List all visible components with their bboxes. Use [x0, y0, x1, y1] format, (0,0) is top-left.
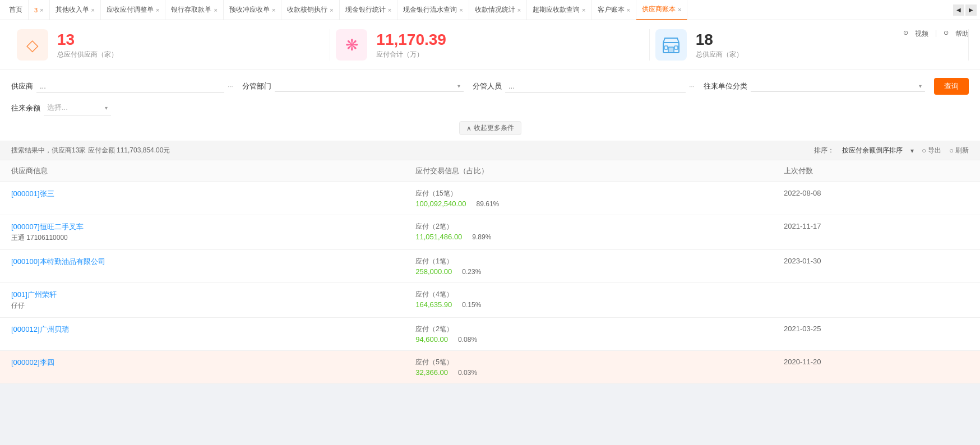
total-suppliers-label: 总供应商（家）	[696, 50, 743, 59]
close-icon[interactable]: ×	[582, 7, 585, 13]
supplier-info-cell: [000002]李四	[0, 351, 404, 384]
table-row: [000002]李四应付（5笔）32,366.000.03%2020-11-20	[0, 351, 980, 384]
close-icon[interactable]: ×	[627, 7, 630, 13]
supplier-input[interactable]	[36, 80, 224, 93]
close-icon[interactable]: ×	[91, 7, 95, 13]
supplier-link[interactable]: [001]广州荣轩	[11, 290, 57, 299]
search-button[interactable]: 查询	[934, 78, 969, 95]
nav-tab-3[interactable]: 3 ×	[29, 0, 50, 20]
nav-tab-home[interactable]: 首页	[3, 0, 29, 20]
filter-supplier: 供应商 ···	[11, 80, 233, 93]
card-content-all-suppliers: 18 总供应商（家）	[696, 30, 743, 60]
summary-bar: ◇ 13 总应付供应商（家） ❋ 11,170.39 应付合计（万） 18 总	[0, 20, 980, 70]
refresh-button[interactable]: ○ 刷新	[949, 146, 969, 155]
supplier-table-container: 供应商信息 应付交易信息（占比） 上次付数 [000001]张三应付（15笔）1…	[0, 160, 980, 384]
nav-tab-receipt-stat[interactable]: 收款情况统计 ×	[469, 0, 527, 20]
close-icon[interactable]: ×	[272, 7, 275, 13]
filter-area: 供应商 ··· 分管部门 ▾ 分管人员 ··· 往来单位分类 ▾ 查询	[0, 70, 980, 141]
nav-tab-cash-stat[interactable]: 现金银行统计 ×	[340, 0, 397, 20]
tx-info-cell: 应付（4笔）164,635.900.15%	[404, 283, 773, 318]
table-row: [000007]恒旺二手叉车王通 17106110000应付（2笔）11,051…	[0, 215, 980, 250]
nav-tab-adjust[interactable]: 应收应付调整单 ×	[101, 0, 165, 20]
amount-link[interactable]: 94,600.00	[415, 335, 448, 344]
tx-info-cell: 应付（5笔）32,366.000.03%	[404, 351, 773, 384]
card-icon-store	[655, 29, 687, 61]
balance-label: 往来余额	[11, 103, 40, 113]
nav-tab-overdue[interactable]: 超期应收款查询 ×	[527, 0, 591, 20]
close-icon[interactable]: ×	[40, 7, 43, 13]
nav-prev-arrow[interactable]: ◀	[953, 4, 964, 16]
close-icon[interactable]: ×	[214, 7, 217, 13]
collapse-button[interactable]: ∧ 收起更多条件	[459, 121, 521, 135]
close-icon[interactable]: ×	[388, 7, 391, 13]
nav-tab-other-income[interactable]: 其他收入单 ×	[50, 0, 101, 20]
balance-select[interactable]: 选择... ▾	[44, 100, 111, 115]
supplier-link[interactable]: [000012]广州贝瑞	[11, 325, 69, 333]
filter-person: 分管人员 ···	[473, 80, 695, 93]
amount-link[interactable]: 11,051,486.00	[415, 233, 462, 241]
close-icon[interactable]: ×	[459, 7, 463, 13]
close-icon[interactable]: ×	[330, 7, 333, 13]
top-actions: ⊙ 视频 | ⊙ 帮助	[903, 29, 969, 39]
supplier-info-cell: [000100]本特勤油品有限公司	[0, 250, 404, 283]
supplier-link[interactable]: [000007]恒旺二手叉车	[11, 222, 84, 231]
supplier-dots: ···	[228, 83, 233, 90]
tx-label: 应付（2笔）	[415, 325, 453, 333]
supplier-info-cell: [000012]广州贝瑞	[0, 318, 404, 351]
amount-link[interactable]: 258,000.00	[415, 267, 452, 276]
result-bar: 搜索结果中，供应商13家 应付金额 111,703,854.00元 排序： 按应…	[0, 141, 980, 160]
filter-dept: 分管部门 ▾	[242, 81, 464, 92]
divider: |	[935, 29, 937, 39]
svg-rect-1	[668, 47, 674, 53]
card-icon-payable: ◇	[17, 29, 48, 61]
help-link[interactable]: 帮助	[955, 29, 969, 39]
person-input[interactable]	[505, 80, 686, 93]
nav-tab-cash-flow[interactable]: 现金银行流水查询 ×	[397, 0, 469, 20]
amount-link[interactable]: 100,092,540.00	[415, 200, 466, 208]
supplier-link[interactable]: [000002]李四	[11, 358, 54, 367]
nav-tab-customer[interactable]: 客户账本 ×	[592, 0, 636, 20]
nav-tab-supplier[interactable]: 供应商账本 ×	[636, 0, 687, 20]
nav-tab-prepay[interactable]: 预收冲应收单 ×	[224, 0, 281, 20]
supplier-label: 供应商	[11, 81, 33, 91]
percent-text: 89.61%	[477, 200, 500, 208]
table-row: [000100]本特勤油品有限公司应付（1笔）258,000.000.23%20…	[0, 250, 980, 283]
result-text: 搜索结果中，供应商13家 应付金额 111,703,854.00元	[11, 146, 170, 155]
nav-next-arrow[interactable]: ▶	[965, 4, 977, 16]
supplier-sub-info: 仔仔	[11, 301, 393, 310]
category-select[interactable]: ▾	[751, 81, 926, 92]
sort-value[interactable]: 按应付余额倒序排序	[842, 146, 903, 155]
tx-info-cell: 应付（2笔）11,051,486.009.89%	[404, 215, 773, 250]
col-tx-info: 应付交易信息（占比）	[404, 160, 773, 182]
nav-arrows: ◀ ▶	[953, 4, 977, 16]
last-payment-date: 2021-03-25	[784, 325, 821, 333]
tx-label: 应付（15笔）	[415, 189, 456, 197]
supplier-sub-info: 王通 17106110000	[11, 233, 393, 243]
dept-select[interactable]: ▾	[275, 81, 464, 92]
video-link[interactable]: 视频	[915, 29, 928, 39]
help-icon: ⊙	[944, 29, 949, 39]
supplier-link[interactable]: [000100]本特勤油品有限公司	[11, 257, 105, 266]
table-body: [000001]张三应付（15笔）100,092,540.0089.61%202…	[0, 182, 980, 384]
summary-card-suppliers-payable: ◇ 13 总应付供应商（家）	[11, 29, 330, 61]
tx-label: 应付（5笔）	[415, 358, 453, 366]
tx-label: 应付（4笔）	[415, 290, 453, 298]
supplier-link[interactable]: [000001]张三	[11, 189, 54, 198]
sort-chevron-icon: ▾	[910, 147, 914, 155]
close-icon[interactable]: ×	[156, 7, 159, 13]
person-label: 分管人员	[473, 81, 502, 91]
category-label: 往来单位分类	[704, 81, 747, 91]
close-icon[interactable]: ×	[517, 7, 521, 13]
amount-link[interactable]: 32,366.00	[415, 368, 448, 377]
card-content-total: 11,170.39 应付合计（万）	[376, 30, 446, 60]
nav-tab-bank[interactable]: 银行存取款单 ×	[165, 0, 223, 20]
close-icon[interactable]: ×	[678, 6, 681, 13]
tx-info-cell: 应付（15笔）100,092,540.0089.61%	[404, 182, 773, 215]
filter-row-2: 往来余额 选择... ▾	[11, 100, 969, 115]
category-chevron-icon: ▾	[919, 83, 922, 89]
nav-tab-collection[interactable]: 收款核销执行 ×	[281, 0, 339, 20]
export-button[interactable]: ○ 导出	[922, 146, 941, 155]
amount-link[interactable]: 164,635.90	[415, 300, 452, 309]
percent-text: 0.08%	[458, 336, 477, 344]
payable-total-number: 11,170.39	[376, 30, 446, 49]
